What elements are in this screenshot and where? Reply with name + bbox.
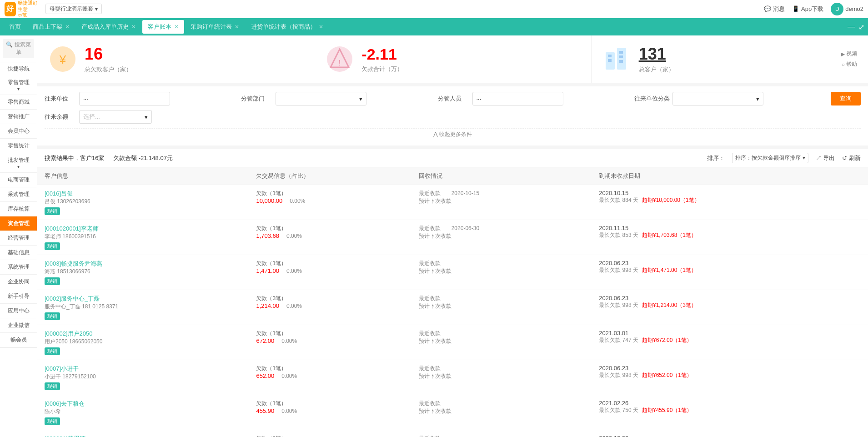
- tab-close-icon[interactable]: ✕: [235, 24, 239, 30]
- sidebar-item-purchase[interactable]: 采购管理: [0, 187, 37, 202]
- cell-debt-7: 欠款（1笔） 429.00 0.00%: [249, 430, 411, 437]
- sidebar-item-ops[interactable]: 经营管理: [0, 231, 37, 246]
- due-date: 2021.02.26: [599, 400, 861, 407]
- sidebar-search-area[interactable]: 🔍 搜索菜单: [0, 35, 37, 62]
- sidebar-item-member[interactable]: 会员中心: [0, 124, 37, 139]
- cell-customer-1: [0001020001]李老师 李老师 18600391516 现销: [37, 220, 249, 255]
- cell-due-5: 2020.06.23 最长欠款 998 天 超期¥652.00（1笔）: [592, 360, 868, 395]
- cell-customer-0: [0016]吕俊 吕俊 13026203696 现销: [37, 185, 249, 220]
- result-info-text: 搜索结果中，客户16家 欠款金额 -21,148.07元: [45, 154, 173, 162]
- sidebar-item-sys-mgmt[interactable]: 系统管理: [0, 260, 37, 275]
- customer-name-link[interactable]: [0016]吕俊: [45, 190, 241, 198]
- customer-name-link[interactable]: [0002]服务中心_丁磊: [45, 295, 241, 303]
- view-btn[interactable]: ▶ 视频: [841, 50, 857, 58]
- balance-select[interactable]: 选择... ▾: [79, 110, 152, 124]
- overdue-link[interactable]: 超期¥1,471.00（1笔）: [642, 266, 697, 274]
- sidebar-item-chang-member[interactable]: 畅会员: [0, 333, 37, 347]
- debt-percent: 0.00%: [286, 268, 302, 274]
- sidebar-item-inventory[interactable]: 库存核算: [0, 202, 37, 216]
- export-btn[interactable]: ↗ 导出: [816, 154, 835, 162]
- sidebar-item-enterprise-wechat[interactable]: 企业微信: [0, 318, 37, 333]
- sidebar-search-box[interactable]: 🔍 搜索菜单: [3, 39, 34, 58]
- stat-text-total: 131 总客户（家）: [639, 45, 674, 74]
- customer-tag: 现销: [45, 242, 60, 250]
- customer-name-link[interactable]: [0007]小进干: [45, 365, 241, 373]
- industry-selector[interactable]: 母婴行业演示账套 ▾: [45, 4, 102, 14]
- tab-inventory-stats[interactable]: 进货单统计表（按商品） ✕: [246, 20, 329, 34]
- tab-close-icon[interactable]: ✕: [131, 24, 136, 30]
- content-area: ¥ 16 总欠款客户（家） ! -: [37, 35, 868, 437]
- debt-percent: 0.00%: [290, 198, 305, 204]
- filter-row-1: 往来单位 ··· 分管部门 ▾ 分管人员 ···: [45, 92, 861, 105]
- debt-desc: 欠款（1笔）: [256, 190, 404, 197]
- table-row: [0016]吕俊 吕俊 13026203696 现销 欠款（1笔） 10,000…: [37, 185, 868, 220]
- cell-due-4: 2021.03.01 最长欠款 747 天 超期¥672.00（1笔）: [592, 325, 868, 360]
- tab-customer-account[interactable]: 客户账本 ✕: [142, 20, 184, 34]
- dept-input[interactable]: ▾: [276, 92, 366, 105]
- customer-phone: 用户2050 18665062050: [45, 338, 241, 346]
- overdue-link[interactable]: 超期¥672.00（1笔）: [642, 337, 692, 344]
- debt-desc: 欠款（1笔）: [256, 365, 404, 372]
- overdue-link[interactable]: 超期¥1,703.68（1笔）: [642, 231, 697, 239]
- tab-product-history[interactable]: 产成品入库单历史 ✕: [76, 20, 141, 34]
- overdue-link[interactable]: 超期¥10,000.00（1笔）: [642, 196, 700, 204]
- sidebar-item-retail-stats[interactable]: 零售统计: [0, 139, 37, 153]
- user-avatar-btn[interactable]: D demo2: [831, 3, 863, 15]
- last-payment: 最近收款: [419, 365, 585, 372]
- customer-name-link[interactable]: [0001020001]李老师: [45, 225, 241, 233]
- sort-select[interactable]: 排序：按欠款金额倒序排序 ▾: [732, 153, 808, 163]
- refresh-btn[interactable]: ↺ 刷新: [842, 154, 861, 162]
- sidebar-item-ecom[interactable]: 电商管理: [0, 173, 37, 187]
- tab-close-icon[interactable]: ✕: [65, 24, 70, 30]
- sidebar-item-retail-mgmt[interactable]: 零售管理 ▾: [0, 75, 37, 95]
- cell-callback-6: 最近收款 预计下次收款: [411, 395, 592, 430]
- help-btn[interactable]: ○ 帮助: [842, 60, 857, 68]
- customer-name-link[interactable]: [000001]黄思源: [45, 435, 241, 437]
- due-date: 2020.10.15: [599, 190, 861, 196]
- message-btn[interactable]: 💬 消息: [764, 5, 785, 13]
- main-layout: 🔍 搜索菜单 快捷导航 零售管理 ▾ 零售商城 营销推广 会员中心 零售统计: [0, 35, 868, 437]
- stat-icon-customers: ¥: [48, 45, 77, 74]
- chevron-up-icon: ⋀: [433, 131, 438, 137]
- sidebar-quick-nav[interactable]: 快捷导航: [0, 62, 37, 75]
- sidebar-item-batch-mgmt[interactable]: 批发管理 ▾: [0, 153, 37, 173]
- tab-close-icon[interactable]: ✕: [319, 24, 323, 30]
- refresh-icon: ↺: [842, 155, 847, 161]
- sidebar-item-basic-info[interactable]: 基础信息: [0, 246, 37, 260]
- overdue-link[interactable]: 超期¥652.00（1笔）: [642, 372, 692, 379]
- due-date: 2020.06.23: [599, 295, 861, 301]
- from-unit-input[interactable]: ···: [79, 92, 170, 105]
- sidebar-item-enterprise-collab[interactable]: 企业协同: [0, 275, 37, 289]
- tab-purchase-stats[interactable]: 采购订单统计表 ✕: [185, 20, 245, 34]
- customer-name-link[interactable]: [0003]畅捷服务尹海燕: [45, 260, 241, 268]
- query-button[interactable]: 查询: [831, 92, 861, 105]
- person-input[interactable]: ···: [472, 92, 563, 105]
- sidebar-item-newbie[interactable]: 新手引导: [0, 289, 37, 304]
- unit-type-input[interactable]: ▾: [672, 92, 763, 105]
- app-download-btn[interactable]: 📱 App下载: [792, 5, 823, 13]
- collapse-bar[interactable]: ⋀ 收起更多条件: [45, 128, 861, 140]
- sidebar-item-app-center[interactable]: 应用中心: [0, 304, 37, 318]
- cell-debt-0: 欠款（1笔） 10,000.00 0.00%: [249, 185, 411, 220]
- customer-phone: 海燕 18513066976: [45, 268, 241, 276]
- tab-close-icon[interactable]: ✕: [174, 24, 179, 30]
- last-payment: 最近收款: [419, 400, 585, 407]
- overdue-link[interactable]: 超期¥1,214.00（3笔）: [642, 301, 697, 309]
- tab-minimize-btn[interactable]: —: [848, 23, 855, 31]
- sidebar-item-marketing[interactable]: 营销推广: [0, 110, 37, 124]
- tab-product-shelf[interactable]: 商品上下架 ✕: [27, 20, 75, 34]
- customer-name-link[interactable]: [0006]去下粮仓: [45, 400, 241, 408]
- debt-percent: 0.00%: [281, 373, 297, 379]
- cell-customer-6: [0006]去下粮仓 陈小希 现销: [37, 395, 249, 430]
- customer-name-link[interactable]: [000002]用户2050: [45, 330, 241, 338]
- tab-expand-btn[interactable]: ⤢: [858, 23, 864, 31]
- balance-label: 往来余额: [45, 113, 76, 121]
- sidebar-item-retail-mall[interactable]: 零售商城: [0, 95, 37, 110]
- overdue-days: 最长欠款 884 天: [599, 196, 638, 204]
- result-actions: 排序： 排序：按欠款金额倒序排序 ▾ ↗ 导出 ↺ 刷新: [707, 153, 861, 163]
- tab-home[interactable]: 首页: [4, 20, 26, 34]
- overdue-link[interactable]: 超期¥455.90（1笔）: [642, 407, 692, 414]
- customer-tag: 现销: [45, 312, 60, 320]
- last-payment: 最近收款 2020-10-15: [419, 190, 585, 197]
- sidebar-item-capital[interactable]: 资金管理: [0, 216, 37, 231]
